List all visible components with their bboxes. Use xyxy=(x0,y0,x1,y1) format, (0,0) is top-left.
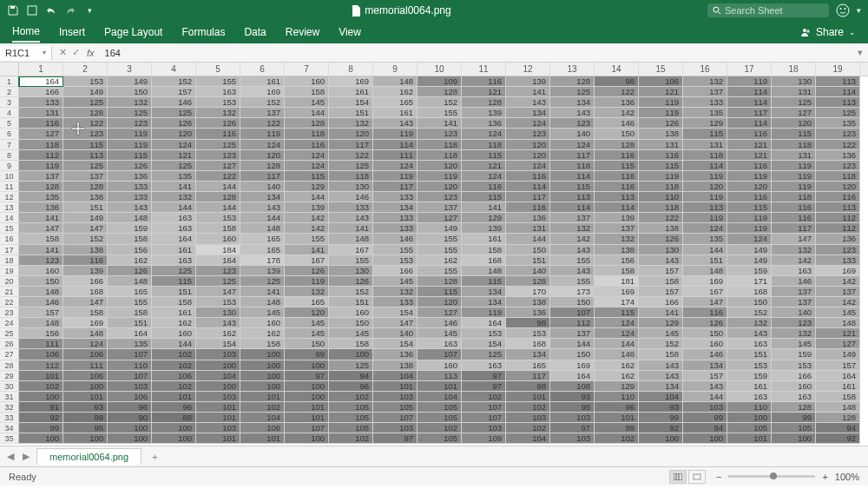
cell[interactable]: 123 xyxy=(550,118,595,129)
cell[interactable]: 162 xyxy=(196,328,240,339)
cell[interactable]: 158 xyxy=(108,307,152,318)
cell[interactable]: 107 xyxy=(285,423,329,433)
cell[interactable]: 143 xyxy=(550,108,595,118)
cell[interactable]: 124 xyxy=(285,161,329,171)
cell[interactable]: 149 xyxy=(63,213,108,223)
cell[interactable]: 102 xyxy=(240,402,285,413)
cell[interactable]: 138 xyxy=(639,129,683,139)
cell[interactable]: 147 xyxy=(19,223,63,234)
cell[interactable]: 116 xyxy=(772,202,816,213)
cell[interactable]: 143 xyxy=(550,266,595,276)
row-header[interactable]: 25 xyxy=(0,328,19,339)
cell[interactable]: 113 xyxy=(418,371,462,381)
cell[interactable]: 136 xyxy=(19,202,63,213)
cell[interactable]: 100 xyxy=(63,433,108,444)
cell[interactable]: 149 xyxy=(816,349,860,360)
cell[interactable]: 158 xyxy=(462,245,506,255)
cell[interactable]: 148 xyxy=(63,328,108,339)
cell[interactable]: 100 xyxy=(285,381,329,392)
cell[interactable]: 139 xyxy=(240,266,285,276)
row-header[interactable]: 23 xyxy=(0,307,19,318)
cell[interactable]: 137 xyxy=(772,297,816,307)
cell[interactable]: 104 xyxy=(196,371,240,381)
cell[interactable]: 134 xyxy=(373,202,418,213)
cell[interactable]: 106 xyxy=(152,371,196,381)
cell[interactable]: 103 xyxy=(506,413,550,423)
cell[interactable]: 118 xyxy=(816,171,860,182)
row-header[interactable]: 15 xyxy=(0,223,19,234)
cell[interactable]: 144 xyxy=(285,192,329,202)
cell[interactable]: 155 xyxy=(329,255,373,266)
cell[interactable]: 147 xyxy=(63,223,108,234)
cell[interactable]: 137 xyxy=(683,87,727,97)
cell[interactable]: 128 xyxy=(418,276,462,287)
cell[interactable]: 169 xyxy=(329,76,373,87)
cell[interactable]: 125 xyxy=(550,87,595,97)
cell[interactable]: 126 xyxy=(108,266,152,276)
cell[interactable]: 124 xyxy=(595,318,639,328)
cell[interactable]: 148 xyxy=(329,234,373,244)
cell[interactable]: 145 xyxy=(240,307,285,318)
cell[interactable]: 133 xyxy=(683,97,727,108)
cell[interactable]: 124 xyxy=(462,171,506,182)
search-input[interactable]: Search Sheet xyxy=(707,3,829,17)
cell[interactable]: 116 xyxy=(196,129,240,139)
account-icon[interactable] xyxy=(836,3,850,17)
cell[interactable]: 131 xyxy=(683,140,727,150)
cell[interactable]: 123 xyxy=(816,161,860,171)
cell[interactable]: 162 xyxy=(595,360,639,371)
cell[interactable]: 128 xyxy=(285,118,329,129)
cell[interactable]: 125 xyxy=(462,349,506,360)
cell[interactable]: 155 xyxy=(418,234,462,244)
cell[interactable]: 161 xyxy=(152,307,196,318)
cell[interactable]: 141 xyxy=(418,118,462,129)
cell[interactable]: 123 xyxy=(19,255,63,266)
cell[interactable]: 117 xyxy=(506,192,550,202)
cell[interactable]: 133 xyxy=(19,97,63,108)
col-header[interactable]: 17 xyxy=(727,63,772,76)
cell[interactable]: 124 xyxy=(373,161,418,171)
cell[interactable]: 150 xyxy=(19,276,63,287)
cell[interactable]: 135 xyxy=(108,339,152,349)
cell[interactable]: 94 xyxy=(816,423,860,433)
cell[interactable]: 141 xyxy=(506,87,550,97)
cell[interactable]: 125 xyxy=(329,360,373,371)
cell[interactable]: 138 xyxy=(506,297,550,307)
cell[interactable]: 141 xyxy=(285,245,329,255)
cell[interactable]: 100 xyxy=(285,360,329,371)
cell[interactable]: 127 xyxy=(19,129,63,139)
col-header[interactable]: 2 xyxy=(63,63,108,76)
cell[interactable]: 155 xyxy=(196,76,240,87)
cell[interactable]: 129 xyxy=(683,118,727,129)
cell[interactable]: 153 xyxy=(196,97,240,108)
cell[interactable]: 128 xyxy=(506,276,550,287)
cell[interactable]: 158 xyxy=(285,87,329,97)
cell[interactable]: 141 xyxy=(329,223,373,234)
cell[interactable]: 123 xyxy=(196,150,240,161)
cell[interactable]: 131 xyxy=(772,150,816,161)
cell[interactable]: 132 xyxy=(550,223,595,234)
cell[interactable]: 148 xyxy=(816,318,860,328)
cell[interactable]: 89 xyxy=(63,413,108,423)
tab-formulas[interactable]: Formulas xyxy=(181,23,225,42)
cell[interactable]: 94 xyxy=(329,371,373,381)
cell[interactable]: 149 xyxy=(727,255,772,266)
cell[interactable]: 160 xyxy=(240,318,285,328)
cell[interactable]: 151 xyxy=(329,297,373,307)
cell[interactable]: 105 xyxy=(418,433,462,444)
cell[interactable]: 163 xyxy=(772,392,816,402)
cell[interactable]: 121 xyxy=(727,150,772,161)
cell[interactable]: 169 xyxy=(240,87,285,97)
cell[interactable]: 119 xyxy=(683,171,727,182)
cell[interactable]: 115 xyxy=(639,161,683,171)
cell[interactable]: 129 xyxy=(639,318,683,328)
cell[interactable]: 119 xyxy=(683,213,727,223)
col-header[interactable]: 18 xyxy=(772,63,816,76)
cell[interactable]: 105 xyxy=(373,402,418,413)
row-header[interactable]: 21 xyxy=(0,287,19,297)
cell[interactable]: 158 xyxy=(639,276,683,287)
cell[interactable]: 104 xyxy=(506,433,550,444)
cell[interactable]: 138 xyxy=(595,245,639,255)
cell[interactable]: 97 xyxy=(462,381,506,392)
cell[interactable]: 118 xyxy=(418,140,462,150)
